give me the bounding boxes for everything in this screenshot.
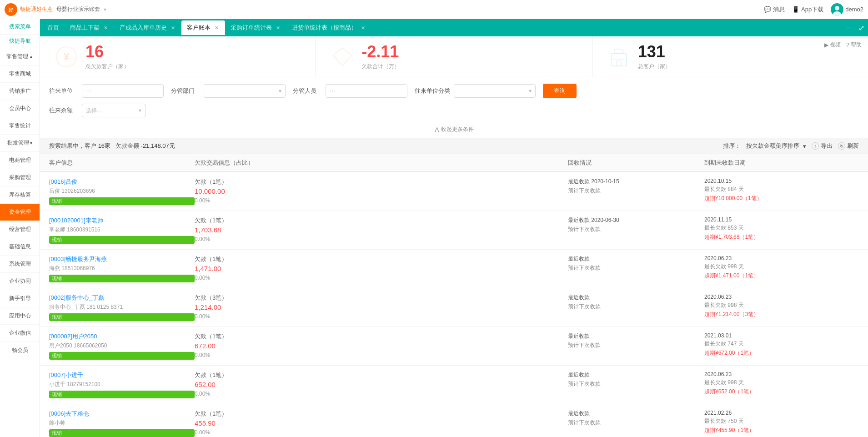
- brand-dropdown[interactable]: ▾: [104, 6, 106, 13]
- tab-product-history[interactable]: 产成品入库单历史 ✕: [114, 20, 181, 35]
- table-row: [0016]吕俊 吕俊 13026203696 现销 欠款（1笔） 10,000…: [40, 172, 868, 211]
- customer-name-6[interactable]: [0006]去下粮仓: [49, 410, 195, 418]
- sidebar-item-wechat[interactable]: 企业微信: [0, 325, 40, 342]
- due-date-4: 2021.03.01: [704, 332, 859, 339]
- sidebar-item-retail-mall[interactable]: 零售商城: [0, 65, 40, 83]
- recovery-next-5: 预计下次收款: [568, 380, 704, 388]
- recovery-info-5: 最近收款 预计下次收款: [568, 371, 704, 388]
- sidebar-item-system[interactable]: 系统管理: [0, 256, 40, 273]
- tab-product-off-close[interactable]: ✕: [102, 25, 109, 31]
- sidebar-search[interactable]: 搜索菜单: [0, 19, 40, 35]
- sidebar-item-marketing[interactable]: 营销推广: [0, 83, 40, 100]
- sidebar-item-member[interactable]: 会员中心: [0, 100, 40, 117]
- customer-info-4: [000002]用户2050 用户2050 18665062050 现销: [49, 332, 195, 360]
- sidebar-item-batch-manage[interactable]: 批发管理 ▾: [0, 135, 40, 152]
- tab-customer-account-close[interactable]: ✕: [213, 25, 220, 31]
- sidebar-item-app[interactable]: 应用中心: [0, 307, 40, 325]
- sidebar-item-vip[interactable]: 畅会员: [0, 342, 40, 359]
- recovery-info-4: 最近收款 预计下次收款: [568, 332, 704, 349]
- due-date-6: 2021.02.26: [704, 410, 859, 416]
- user-avatar-area[interactable]: demo2: [831, 3, 863, 16]
- sidebar-item-retail-manage[interactable]: 零售管理 ▲: [0, 48, 40, 65]
- sidebar-item-ecom[interactable]: 电商管理: [0, 152, 40, 169]
- sidebar-item-guide[interactable]: 新手引导: [0, 290, 40, 307]
- tab-inventory-stats[interactable]: 进货单统计表（按商品） ✕: [286, 20, 371, 35]
- due-days-1: 最长欠款 853 天: [704, 224, 859, 232]
- balance-select[interactable]: 选择... ▾: [82, 104, 146, 117]
- debt-amount-1[interactable]: 1,703.68: [195, 226, 568, 234]
- collapse-btn[interactable]: ⋀ 收起更多条件: [49, 123, 859, 136]
- recovery-date-0: 最近收款 2020-10-15: [568, 178, 704, 186]
- sidebar-item-inventory[interactable]: 库存核算: [0, 186, 40, 204]
- sidebar-item-finance[interactable]: 资金管理: [0, 204, 40, 221]
- recovery-next-4: 预计下次收款: [568, 342, 704, 349]
- overdue-link-6[interactable]: 超期¥455.90（1笔）: [704, 427, 859, 434]
- customer-name-3[interactable]: [0002]服务中心_丁磊: [49, 294, 195, 302]
- svg-text:好: 好: [8, 7, 14, 12]
- customer-name-2[interactable]: [0003]畅捷服务尹海燕: [49, 255, 195, 263]
- tab-maximize-btn[interactable]: ⤢: [857, 23, 866, 33]
- filter-row-2: 往来余额 选择... ▾: [49, 104, 859, 117]
- customer-info-1: [0001020001]李老师 李老师 18600391516 现销: [49, 216, 195, 244]
- debt-ratio-6: 0.00%: [195, 429, 568, 436]
- debt-amount-0[interactable]: 10,000.00: [195, 187, 568, 195]
- sidebar-quick-nav[interactable]: 快捷导航: [0, 35, 40, 48]
- person-input[interactable]: ···: [326, 84, 407, 98]
- customer-name-4[interactable]: [000002]用户2050: [49, 332, 195, 341]
- debt-amount-2[interactable]: 1,471.00: [195, 265, 568, 272]
- recovery-info-0: 最近收款 2020-10-15 预计下次收款: [568, 178, 704, 195]
- filter-person: 分管人员 ···: [293, 84, 407, 98]
- help-btn[interactable]: ? 帮助: [846, 41, 862, 49]
- tab-customer-account[interactable]: 客户账本 ✕: [181, 20, 225, 35]
- debt-count-1: 欠款（1笔）: [195, 216, 568, 225]
- sidebar-item-basic[interactable]: 基础信息: [0, 238, 40, 256]
- tab-inventory-stats-close[interactable]: ✕: [360, 25, 366, 31]
- debt-amount-5[interactable]: 652.00: [195, 381, 568, 388]
- overdue-link-1[interactable]: 超期¥1,703.68（1笔）: [704, 233, 859, 241]
- debt-count-3: 欠款（3笔）: [195, 294, 568, 302]
- sidebar-item-retail-stats[interactable]: 零售统计: [0, 117, 40, 135]
- customer-phone-2: 海燕 18513066976: [49, 265, 195, 272]
- overdue-link-0[interactable]: 超期¥10,000.00（1笔）: [704, 195, 859, 202]
- debt-amount-6[interactable]: 455.90: [195, 419, 568, 427]
- svg-text:¥: ¥: [64, 51, 70, 62]
- view-video-btn[interactable]: ▶ 视频: [824, 41, 841, 49]
- sidebar-item-purchase[interactable]: 采购管理: [0, 169, 40, 186]
- customer-name-1[interactable]: [0001020001]李老师: [49, 216, 195, 225]
- svg-rect-8: [611, 54, 627, 66]
- due-date-5: 2020.06.23: [704, 371, 859, 377]
- tab-home[interactable]: 首页: [42, 20, 65, 35]
- table-row: [0006]去下粮仓 陈小帅 现销 欠款（1笔） 455.90 0.00% 最近…: [40, 404, 868, 437]
- debt-amount-3[interactable]: 1,214.00: [195, 303, 568, 311]
- overdue-link-4[interactable]: 超期¥672.00（1笔）: [704, 349, 859, 357]
- from-unit-input[interactable]: ···: [82, 84, 164, 98]
- overdue-link-3[interactable]: 超期¥1,214.00（3笔）: [704, 311, 859, 318]
- tab-purchase-stats[interactable]: 采购订单统计表 ✕: [225, 20, 286, 35]
- customer-name-5[interactable]: [0007]小进千: [49, 371, 195, 379]
- tab-product-off[interactable]: 商品上下架 ✕: [65, 20, 114, 35]
- logo-area[interactable]: 好 畅捷通好生意: [5, 3, 53, 16]
- overdue-link-5[interactable]: 超期¥652.00（1笔）: [704, 388, 859, 396]
- sidebar-item-enterprise[interactable]: 企业协同: [0, 273, 40, 290]
- tab-purchase-stats-close[interactable]: ✕: [275, 25, 281, 31]
- svg-point-3: [835, 6, 839, 10]
- debt-amount-4[interactable]: 672.00: [195, 342, 568, 350]
- dept-select[interactable]: ▾: [204, 84, 286, 98]
- logo-text: 畅捷通好生意: [20, 5, 53, 13]
- messages-button[interactable]: 💬 消息: [764, 5, 785, 14]
- tab-minimize-btn[interactable]: －: [843, 22, 854, 34]
- sort-select[interactable]: 按欠款金额倒序排序 ▾: [746, 142, 806, 150]
- overdue-link-2[interactable]: 超期¥1,471.00（1笔）: [704, 272, 859, 280]
- search-button[interactable]: 查询: [543, 84, 577, 98]
- export-btn[interactable]: ↑ 导出: [812, 142, 833, 150]
- refresh-btn[interactable]: ↻ 刷新: [838, 142, 859, 150]
- tab-product-history-close[interactable]: ✕: [170, 25, 176, 31]
- table-row: [0002]服务中心_丁磊 服务中心_丁磊 181 0125 8371 现销 欠…: [40, 288, 868, 327]
- customer-name-0[interactable]: [0016]吕俊: [49, 178, 195, 186]
- unit-category-select[interactable]: ▾: [454, 84, 536, 98]
- debt-count-6: 欠款（1笔）: [195, 410, 568, 418]
- app-download-button[interactable]: 📱 App下载: [792, 5, 823, 14]
- balance-arrow: ▾: [139, 107, 141, 114]
- sidebar-item-biz[interactable]: 经营管理: [0, 221, 40, 238]
- debt-info-2: 欠款（1笔） 1,471.00 0.00%: [195, 255, 568, 281]
